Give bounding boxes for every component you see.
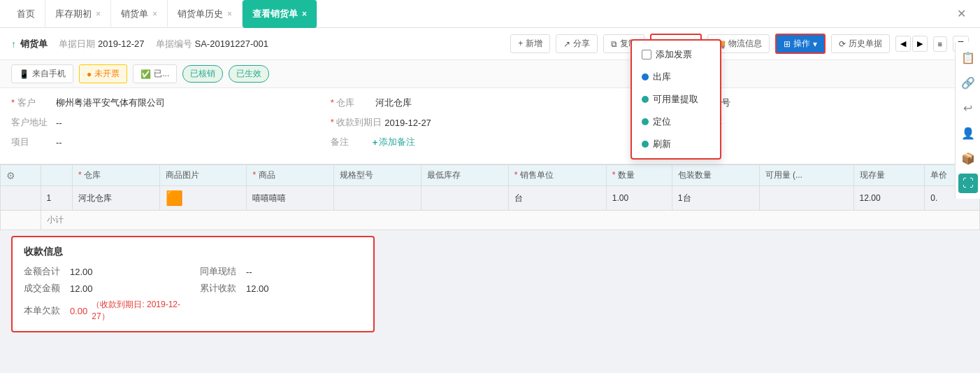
confirm-btn[interactable]: ✅ 已...	[133, 64, 177, 83]
product-image: 🟧	[166, 190, 183, 206]
cumulative-label: 累计收款	[200, 282, 242, 295]
payment-date-field: 收款到期日 2019-12-27	[331, 116, 650, 129]
doc-type-icon: ↑	[11, 38, 16, 50]
share-btn[interactable]: ↗ 分享	[556, 34, 598, 53]
operation-icon: ⊞	[784, 39, 791, 49]
project-value: --	[53, 137, 65, 148]
note-field: 备注 添加备注	[331, 136, 650, 148]
current-owed-value: 0.00	[70, 306, 87, 316]
nav-prev-btn[interactable]: ◀	[895, 36, 911, 52]
payment-date-value: 2019-12-27	[382, 118, 434, 128]
tab-inventory-init[interactable]: 库存期初 ×	[45, 0, 111, 28]
form-row-3: 项目 -- 备注 添加备注 业务员孟 --	[11, 136, 969, 148]
gear-icon[interactable]: ⚙	[6, 170, 15, 181]
confirm-icon: ✅	[140, 69, 151, 79]
sidebar-icon-return[interactable]: ↩	[958, 98, 978, 118]
available-qty-icon	[642, 96, 649, 103]
table-header-row: ⚙ 仓库 商品图片 商品 规格型号 最低库存 销售单位 数量 包装数量 可用量 …	[1, 165, 980, 186]
doc-actions: + 新增 ↗ 分享 ⧉ 复制 🖨 打印 ▾ 🚚 物流信息 ⊞ 操作 ▾	[510, 34, 969, 54]
sidebar-icon-user[interactable]: 👤	[958, 123, 978, 143]
row-product: 嘻嘻嘻嘻	[247, 186, 334, 211]
operation-dropdown-menu: 添加发票 出库 可用量提取 定位 刷新	[630, 39, 721, 160]
tab-inventory-init-close[interactable]: ×	[96, 9, 101, 19]
current-owed-label: 本单欠款	[24, 304, 66, 317]
form-row-1: 客户 柳州粤港平安气体有限公司 仓库 河北仓库 业务员 演示账号	[11, 97, 969, 109]
total-value: 12.00	[70, 267, 93, 277]
sidebar-icon-link[interactable]: 🔗	[958, 73, 978, 92]
tab-view-sales-close[interactable]: ×	[302, 9, 307, 19]
tab-bar: 首页 库存期初 × 销货单 × 销货单历史 × 查看销货单 × ✕	[0, 0, 980, 28]
row-sales-unit: 台	[508, 186, 606, 211]
col-current-stock: 现存量	[853, 165, 925, 186]
menu-refresh[interactable]: 刷新	[632, 133, 720, 155]
current-owed-hint: （收款到期日: 2019-12-27）	[92, 299, 186, 323]
ticket-icon: ●	[87, 69, 92, 79]
sidebar-icon-doc[interactable]: 📋	[958, 48, 978, 67]
payment-info: 收款信息 金额合计 12.00 同单现结 -- 成交金额 12.00 累计收款 …	[11, 236, 375, 332]
col-image: 商品图片	[159, 165, 247, 186]
product-table: ⚙ 仓库 商品图片 商品 规格型号 最低库存 销售单位 数量 包装数量 可用量 …	[0, 164, 980, 230]
doc-date-field: 单据日期 2019-12-27	[59, 38, 145, 50]
tab-sales-order[interactable]: 销货单 ×	[111, 0, 168, 28]
warehouse-value: 河北仓库	[373, 97, 415, 109]
menu-outbound[interactable]: 出库	[632, 66, 720, 88]
deal-amount-value: 12.00	[70, 283, 93, 294]
warehouse-label: 仓库	[331, 97, 373, 109]
new-btn[interactable]: + 新增	[510, 34, 549, 53]
payment-deal-amount: 成交金额 12.00	[24, 282, 186, 295]
menu-available-qty[interactable]: 可用量提取	[632, 88, 720, 111]
tab-home[interactable]: 首页	[7, 0, 45, 28]
customer-value: 柳州粤港平安气体有限公司	[53, 97, 168, 109]
tab-sales-history-close[interactable]: ×	[227, 9, 232, 19]
add-note-btn[interactable]: 添加备注	[373, 136, 416, 148]
form-area: 客户 柳州粤港平安气体有限公司 仓库 河北仓库 业务员 演示账号 客户地址 --…	[0, 88, 980, 164]
add-invoice-icon	[642, 50, 651, 59]
payment-total: 金额合计 12.00	[24, 265, 186, 278]
project-label: 项目	[11, 136, 53, 148]
not-open-ticket-btn[interactable]: ● 未开票	[79, 64, 127, 83]
col-index	[41, 165, 72, 186]
col-spec: 规格型号	[334, 165, 421, 186]
warehouse-field: 仓库 河北仓库	[331, 97, 650, 109]
menu-locate[interactable]: 定位	[632, 111, 720, 133]
menu-add-invoice[interactable]: 添加发票	[632, 43, 720, 66]
view-list-btn[interactable]: ≡	[933, 36, 947, 52]
doc-number-field: 单据编号 SA-20191227-001	[156, 38, 269, 50]
deal-amount-label: 成交金额	[24, 282, 66, 295]
address-field: 客户地址 --	[11, 116, 331, 129]
nav-next-btn[interactable]: ▶	[912, 36, 928, 52]
right-sidebar: 📋 🔗 ↩ 👤 📦 ⛶	[955, 42, 980, 199]
operation-btn[interactable]: ⊞ 操作 ▾	[775, 34, 826, 54]
history-btn[interactable]: ⟳ 历史单据	[831, 34, 890, 53]
customer-field: 客户 柳州粤港平安气体有限公司	[11, 97, 331, 109]
from-phone-btn[interactable]: 📱 来自手机	[11, 64, 73, 83]
col-sales-unit: 销售单位	[508, 165, 606, 186]
doc-header: ↑ 销货单 单据日期 2019-12-27 单据编号 SA-20191227-0…	[0, 28, 980, 60]
sidebar-icon-package[interactable]: 📦	[958, 148, 978, 168]
sidebar-icon-expand[interactable]: ⛶	[958, 174, 978, 193]
tab-sales-order-close[interactable]: ×	[152, 9, 157, 19]
col-warehouse: 仓库	[73, 165, 160, 186]
subtotal-label: 小计	[41, 211, 979, 230]
table-wrap: ⚙ 仓库 商品图片 商品 规格型号 最低库存 销售单位 数量 包装数量 可用量 …	[0, 164, 980, 230]
nav-arrows: ◀ ▶	[895, 36, 928, 52]
row-quantity: 1.00	[606, 186, 672, 211]
same-order-label: 同单现结	[200, 265, 242, 278]
window-close-btn[interactable]: ✕	[950, 7, 973, 20]
row-spec	[334, 186, 421, 211]
doc-type-label: 销货单	[20, 38, 48, 50]
doc-title: ↑ 销货单	[11, 38, 48, 50]
phone-icon: 📱	[19, 69, 29, 79]
row-warehouse: 河北仓库	[73, 186, 160, 211]
tab-view-sales[interactable]: 查看销货单 ×	[243, 0, 317, 28]
customer-label: 客户	[11, 97, 53, 109]
payment-info-title: 收款信息	[24, 246, 362, 258]
tab-sales-history[interactable]: 销货单历史 ×	[168, 0, 243, 28]
doc-meta: 单据日期 2019-12-27 单据编号 SA-20191227-001	[59, 38, 268, 50]
col-gear: ⚙	[1, 165, 41, 186]
outbound-icon	[642, 73, 649, 80]
locate-icon	[642, 118, 649, 125]
col-min-stock: 最低库存	[421, 165, 508, 186]
payment-current-owed: 本单欠款 0.00 （收款到期日: 2019-12-27）	[24, 299, 186, 323]
col-available: 可用量 (...	[759, 165, 853, 186]
